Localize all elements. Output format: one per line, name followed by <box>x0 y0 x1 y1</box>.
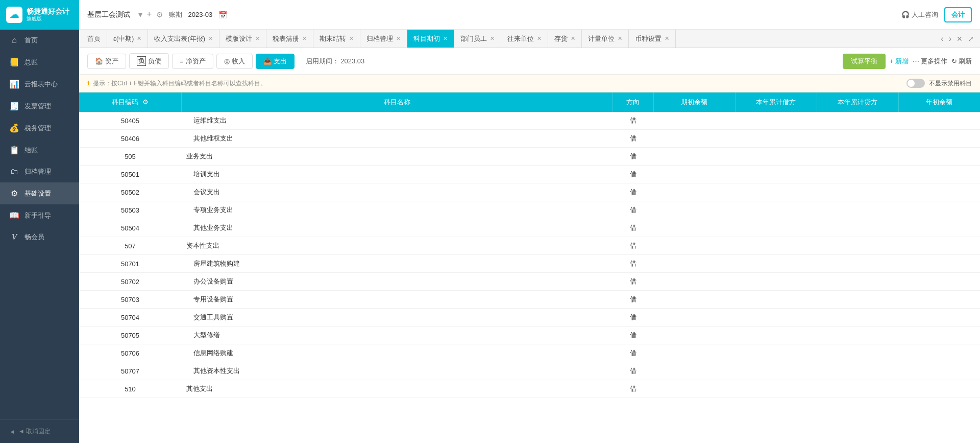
cell-code: 50707 <box>79 362 181 380</box>
cell-code: 50701 <box>79 255 181 273</box>
tab-close-icon[interactable]: ✕ <box>137 35 141 42</box>
tab-units[interactable]: 计量单位 ✕ <box>582 30 629 48</box>
tab-close-icon[interactable]: ✕ <box>255 35 260 42</box>
tab-close-icon[interactable]: ✕ <box>618 35 622 42</box>
sidebar-item-guide[interactable]: 📖 新手引导 <box>0 204 79 226</box>
add-btn[interactable]: + 新增 <box>890 57 909 66</box>
tab-currency[interactable]: 币种设置 ✕ <box>629 30 676 48</box>
tab-close-icon[interactable]: ✕ <box>537 35 542 42</box>
cell-deb <box>735 219 817 237</box>
sidebar-item-ledger[interactable]: 📒 总账 <box>0 51 79 73</box>
cell-bal <box>653 201 735 219</box>
cell-code: 505 <box>79 148 181 166</box>
disable-toggle[interactable] <box>906 79 925 88</box>
sidebar-item-reports[interactable]: 📊 云报表中心 <box>0 73 79 95</box>
more-ops-btn[interactable]: ⋯ 更多操作 <box>913 57 947 66</box>
table-row[interactable]: 50503 专项业务支出 借 <box>79 201 980 219</box>
tab-close-icon[interactable]: ✕ <box>396 35 401 42</box>
table-row[interactable]: 50705 大型修缮 借 <box>79 327 980 344</box>
tab-expand-icon[interactable]: ⤢ <box>966 34 976 44</box>
tab-close-icon[interactable]: ✕ <box>665 35 669 42</box>
subtab-liability[interactable]: 负 负债 <box>129 53 169 69</box>
cell-cre <box>817 344 898 362</box>
table-body: 50405 运维维支出 借 50406 其他维权支出 借 505 业务支出 借 … <box>79 112 980 398</box>
tab-archive[interactable]: 归档管理 ✕ <box>360 30 407 48</box>
tab-close-icon[interactable]: ✕ <box>302 35 307 42</box>
tab-subject-init[interactable]: 科目期初 ✕ <box>407 30 454 48</box>
tab-periodend[interactable]: 期末结转 ✕ <box>313 30 360 48</box>
cell-bal <box>653 273 735 291</box>
table-row[interactable]: 50704 交通工具购置 借 <box>79 309 980 327</box>
period-value: 2023-03 <box>188 11 213 18</box>
tab-taxform[interactable]: 税表清册 ✕ <box>266 30 313 48</box>
dropdown-arrow-icon[interactable]: ▾ <box>138 10 142 19</box>
cell-ybal <box>898 309 980 327</box>
sidebar-item-member[interactable]: V 畅会员 <box>0 226 79 248</box>
tab-close-icon[interactable]: ✕ <box>490 35 495 42</box>
cell-name: 其他资本性支出 <box>181 362 612 380</box>
sidebar-item-tax[interactable]: 💰 税务管理 <box>0 117 79 139</box>
add-icon[interactable]: + <box>146 9 152 20</box>
tab-close-icon[interactable]: ✕ <box>208 35 213 42</box>
refresh-btn[interactable]: ↻ 刷新 <box>951 57 972 66</box>
table-row[interactable]: 50706 信息网络购建 借 <box>79 344 980 362</box>
cell-name: 其他支出 <box>181 380 612 398</box>
cell-ybal <box>898 112 980 130</box>
tab-inventory[interactable]: 存货 ✕ <box>548 30 582 48</box>
subtab-netasset[interactable]: ≡ 净资产 <box>172 54 213 69</box>
sidebar-item-invoice[interactable]: 🧾 发票管理 <box>0 95 79 117</box>
tab-prev-icon[interactable]: ‹ <box>939 33 945 44</box>
col-header-bal: 期初余额 <box>653 92 735 112</box>
kuaiji-button[interactable]: 会计 <box>944 7 972 22</box>
tab-home[interactable]: 首页 <box>81 30 107 48</box>
sidebar-collapse-btn[interactable]: ◄ ◄ 取消固定 <box>0 419 79 443</box>
consulting-btn[interactable]: 🎧 人工咨询 <box>901 10 938 19</box>
cell-deb <box>735 309 817 327</box>
subtab-income[interactable]: ◎ 收入 <box>216 54 253 69</box>
table-row[interactable]: 50406 其他维权支出 借 <box>79 130 980 148</box>
table-row[interactable]: 505 业务支出 借 <box>79 148 980 166</box>
table-row[interactable]: 50702 办公设备购置 借 <box>79 273 980 291</box>
hint-text: 提示：按Ctrl + F键并输入科目编码或者科目名称可以查找科目。 <box>93 79 266 88</box>
cell-deb <box>735 130 817 148</box>
table-row[interactable]: 50502 会议支出 借 <box>79 183 980 201</box>
tab-close-icon[interactable]: ✕ <box>443 35 448 42</box>
cell-ybal <box>898 166 980 183</box>
tab-dept-staff[interactable]: 部门员工 ✕ <box>454 30 501 48</box>
table-row[interactable]: 50501 培训支出 借 <box>79 166 980 183</box>
table-row[interactable]: 50504 其他业务支出 借 <box>79 219 980 237</box>
calc-balance-btn[interactable]: 试算平衡 <box>843 54 886 69</box>
settings-gear-icon[interactable]: ⚙ <box>156 10 163 19</box>
subtab-asset[interactable]: 🏠 资产 <box>87 54 126 69</box>
tab-income-report[interactable]: 收入支出表(年报) ✕ <box>148 30 219 48</box>
tab-midterm[interactable]: ε(中期) ✕ <box>107 30 148 48</box>
cell-cre <box>817 148 898 166</box>
table-row[interactable]: 510 其他支出 借 <box>79 380 980 398</box>
tab-close-all-icon[interactable]: ✕ <box>954 34 965 44</box>
tab-template[interactable]: 模版设计 ✕ <box>219 30 266 48</box>
sidebar-item-settings[interactable]: ⚙ 基础设置 <box>0 182 79 204</box>
sidebar-item-closing[interactable]: 📋 结账 <box>0 139 79 161</box>
table-row[interactable]: 50405 运维维支出 借 <box>79 112 980 130</box>
table-row[interactable]: 50701 房屋建筑物购建 借 <box>79 255 980 273</box>
cell-cre <box>817 309 898 327</box>
cell-cre <box>817 183 898 201</box>
invoice-icon: 🧾 <box>9 101 19 111</box>
col-settings-icon[interactable]: ⚙ <box>142 98 149 106</box>
sidebar-item-home[interactable]: ⌂ 首页 <box>0 30 79 51</box>
cell-bal <box>653 130 735 148</box>
subtab-expense[interactable]: 📤 支出 <box>256 54 295 69</box>
cell-code: 50503 <box>79 201 181 219</box>
table-row[interactable]: 50703 专用设备购置 借 <box>79 291 980 309</box>
tab-next-icon[interactable]: › <box>947 33 953 44</box>
calendar-icon[interactable]: 📅 <box>218 11 227 19</box>
sidebar-item-archive[interactable]: 🗂 归档管理 <box>0 161 79 182</box>
tab-close-icon[interactable]: ✕ <box>571 35 575 42</box>
tab-close-icon[interactable]: ✕ <box>349 35 354 42</box>
table-row[interactable]: 507 资本性支出 借 <box>79 237 980 255</box>
more-icon: ⋯ <box>913 57 919 65</box>
cell-cre <box>817 237 898 255</box>
cell-code: 510 <box>79 380 181 398</box>
table-row[interactable]: 50707 其他资本性支出 借 <box>79 362 980 380</box>
tab-supplier[interactable]: 往来单位 ✕ <box>501 30 548 48</box>
